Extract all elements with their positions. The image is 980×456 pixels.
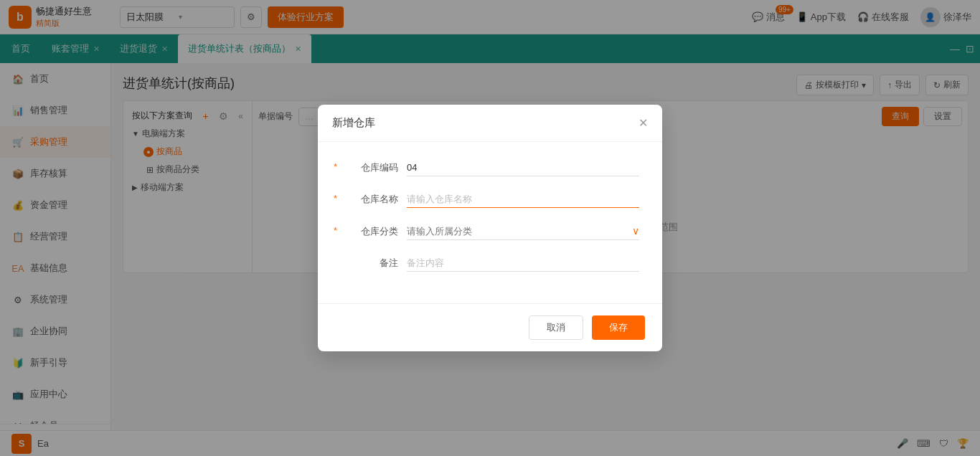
- code-input[interactable]: [407, 159, 639, 176]
- category-input[interactable]: [407, 226, 632, 237]
- save-button[interactable]: 保存: [592, 315, 645, 340]
- modal-footer: 取消 保存: [318, 303, 662, 351]
- category-dropdown-icon[interactable]: ∨: [632, 225, 639, 237]
- code-label: 仓库编码: [341, 161, 398, 174]
- form-row-remark: 备注: [341, 255, 639, 272]
- modal-close-btn[interactable]: ✕: [639, 116, 648, 130]
- form-row-name: 仓库名称: [341, 191, 639, 208]
- modal-body: 仓库编码 仓库名称 仓库分类 ∨ 备注: [318, 142, 662, 303]
- modal-overlay[interactable]: 新增仓库 ✕ 仓库编码 仓库名称 仓库分类 ∨: [0, 0, 980, 456]
- modal-title: 新增仓库: [332, 116, 375, 130]
- cancel-button[interactable]: 取消: [529, 315, 583, 340]
- modal-header: 新增仓库 ✕: [318, 105, 662, 142]
- category-label: 仓库分类: [341, 225, 398, 238]
- form-row-code: 仓库编码: [341, 159, 639, 176]
- modal-add-warehouse: 新增仓库 ✕ 仓库编码 仓库名称 仓库分类 ∨: [318, 105, 662, 351]
- category-select[interactable]: ∨: [407, 222, 639, 240]
- remark-label: 备注: [341, 257, 398, 270]
- name-input[interactable]: [407, 191, 639, 208]
- remark-input[interactable]: [407, 255, 639, 272]
- name-label: 仓库名称: [341, 193, 398, 206]
- form-row-category: 仓库分类 ∨: [341, 222, 639, 240]
